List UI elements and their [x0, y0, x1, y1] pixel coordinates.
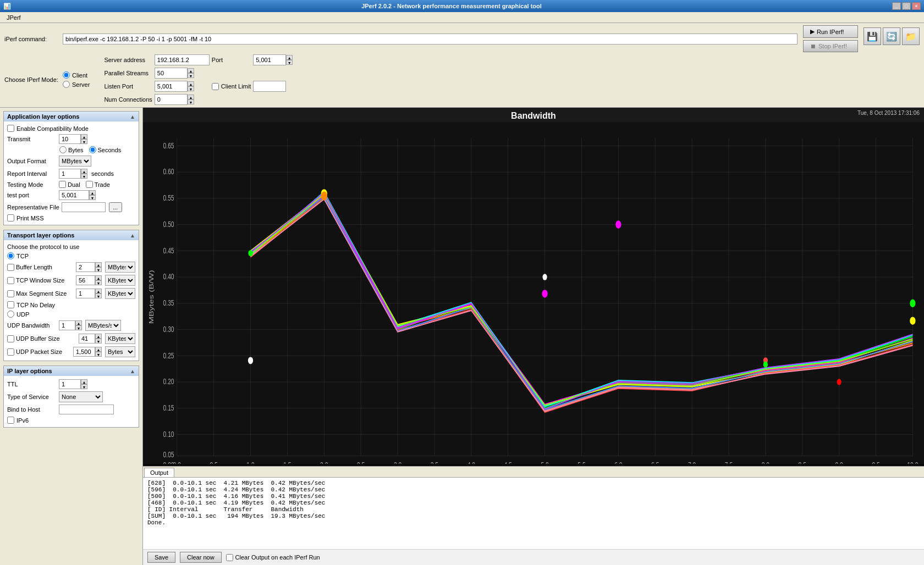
streams-down[interactable]: ▼: [188, 73, 194, 78]
udp-packet-input[interactable]: [73, 347, 95, 357]
ipv6-option[interactable]: IPv6: [7, 417, 135, 424]
buffer-down[interactable]: ▼: [95, 267, 102, 272]
transmit-down[interactable]: ▼: [81, 139, 87, 144]
bind-host-input[interactable]: [59, 405, 114, 414]
tcp-window-input[interactable]: [76, 275, 95, 285]
udp-pkt-unit-select[interactable]: Bytes: [105, 346, 135, 357]
tcp-window-option[interactable]: TCP Window Size: [7, 277, 64, 284]
udpbw-down[interactable]: ▼: [75, 325, 82, 330]
menu-jperf[interactable]: JPerf: [2, 13, 25, 22]
listen-up[interactable]: ▲: [188, 81, 194, 86]
trade-checkbox[interactable]: [86, 181, 93, 188]
parallel-streams-input[interactable]: [155, 68, 188, 79]
udpbw-up[interactable]: ▲: [75, 320, 82, 325]
udppkt-up[interactable]: ▲: [95, 347, 102, 352]
output-tab[interactable]: Output: [144, 468, 174, 477]
udp-buffer-option[interactable]: UDP Buffer Size: [7, 335, 60, 342]
seconds-radio[interactable]: [89, 146, 96, 153]
server-mode-option[interactable]: Server: [63, 81, 90, 88]
print-mss-option[interactable]: Print MSS: [7, 214, 135, 221]
testport-up[interactable]: ▲: [89, 190, 96, 195]
folder-icon-button[interactable]: 📁: [902, 27, 920, 45]
output-format-select[interactable]: MBytes: [59, 156, 91, 167]
clear-on-run-option[interactable]: Clear Output on each IPerf Run: [226, 554, 320, 561]
compat-mode-option[interactable]: Enable Compatibility Mode: [7, 125, 135, 132]
udp-bw-unit-select[interactable]: MBytes/sec: [85, 320, 121, 331]
ip-layer-header[interactable]: IP layer options ▲: [4, 366, 139, 376]
transport-layer-collapse[interactable]: ▲: [130, 232, 135, 239]
tcp-option[interactable]: TCP: [7, 252, 135, 259]
connections-up[interactable]: ▲: [188, 95, 194, 99]
client-mode-option[interactable]: Client: [63, 71, 90, 79]
ipv6-checkbox[interactable]: [7, 417, 14, 424]
testport-down[interactable]: ▼: [89, 195, 96, 200]
maxseg-unit-select[interactable]: KBytes: [105, 288, 135, 299]
udp-buf-unit-select[interactable]: KBytes: [105, 333, 135, 344]
buffer-up[interactable]: ▲: [95, 262, 102, 267]
connections-down[interactable]: ▼: [188, 99, 194, 104]
num-connections-input[interactable]: [155, 94, 188, 105]
browse-button[interactable]: ...: [109, 202, 122, 212]
window-up[interactable]: ▲: [95, 275, 102, 280]
udp-packet-checkbox[interactable]: [7, 348, 14, 356]
ip-layer-collapse[interactable]: ▲: [130, 368, 135, 374]
udp-buffer-input[interactable]: [79, 334, 95, 344]
report-interval-input[interactable]: [59, 169, 81, 179]
window-down[interactable]: ▼: [95, 280, 102, 285]
listen-port-input[interactable]: [155, 81, 188, 92]
udp-buffer-checkbox[interactable]: [7, 335, 14, 342]
dual-checkbox[interactable]: [59, 181, 66, 188]
udpbuf-up[interactable]: ▲: [95, 334, 102, 339]
udp-option[interactable]: UDP: [7, 311, 135, 318]
print-mss-checkbox[interactable]: [7, 214, 14, 221]
max-seg-input[interactable]: [76, 289, 95, 298]
transmit-up[interactable]: ▲: [81, 134, 87, 139]
buffer-length-checkbox[interactable]: [7, 264, 14, 271]
trade-option[interactable]: Trade: [86, 181, 110, 188]
transmit-input[interactable]: [59, 134, 81, 144]
udp-bandwidth-input[interactable]: [59, 320, 75, 330]
test-port-input[interactable]: [59, 190, 89, 200]
clear-on-run-checkbox[interactable]: [226, 554, 233, 561]
streams-up[interactable]: ▲: [188, 68, 194, 73]
window-unit-select[interactable]: KBytes: [105, 275, 135, 286]
clear-now-button[interactable]: Clear now: [180, 552, 222, 563]
bytes-radio[interactable]: [59, 146, 67, 153]
server-radio[interactable]: [63, 81, 70, 88]
port-input[interactable]: [253, 54, 286, 65]
udppkt-down[interactable]: ▼: [95, 352, 102, 357]
max-seg-option[interactable]: Max Segment Size: [7, 290, 67, 297]
transport-layer-header[interactable]: Transport layer options ▲: [4, 230, 139, 240]
app-layer-header[interactable]: Application layer options ▲: [4, 112, 139, 121]
tcp-radio[interactable]: [7, 252, 14, 259]
ttl-down[interactable]: ▼: [81, 384, 87, 389]
compat-checkbox[interactable]: [7, 125, 14, 132]
maxseg-down[interactable]: ▼: [95, 293, 102, 298]
client-limit-input[interactable]: [253, 81, 286, 92]
server-address-input[interactable]: [155, 54, 210, 65]
refresh-icon-button[interactable]: 🔄: [883, 27, 900, 45]
bytes-option[interactable]: Bytes: [59, 146, 84, 153]
port-down[interactable]: ▼: [286, 60, 293, 65]
maxseg-up[interactable]: ▲: [95, 289, 102, 293]
tcp-window-checkbox[interactable]: [7, 277, 14, 284]
listen-down[interactable]: ▼: [188, 86, 194, 91]
buffer-length-input[interactable]: [76, 262, 95, 272]
save-button[interactable]: Save: [147, 552, 175, 563]
udp-packet-option[interactable]: UDP Packet Size: [7, 348, 62, 356]
tcp-nodelay-checkbox[interactable]: [7, 301, 14, 308]
buffer-length-option[interactable]: Buffer Length: [7, 264, 52, 271]
representative-file-input[interactable]: [62, 202, 106, 212]
interval-up[interactable]: ▲: [81, 169, 87, 174]
ttl-up[interactable]: ▲: [81, 379, 87, 384]
command-input[interactable]: [63, 34, 798, 45]
port-up[interactable]: ▲: [286, 55, 293, 60]
client-limit-checkbox[interactable]: [212, 83, 219, 90]
app-layer-collapse[interactable]: ▲: [130, 114, 135, 120]
run-button[interactable]: ▶ Run IPerf!: [803, 25, 858, 38]
ttl-input[interactable]: [59, 379, 81, 389]
buffer-unit-select[interactable]: MBytes: [105, 262, 135, 273]
save-icon-button[interactable]: 💾: [864, 27, 881, 45]
close-button[interactable]: ×: [912, 2, 921, 10]
client-limit-option[interactable]: Client Limit: [212, 83, 251, 90]
